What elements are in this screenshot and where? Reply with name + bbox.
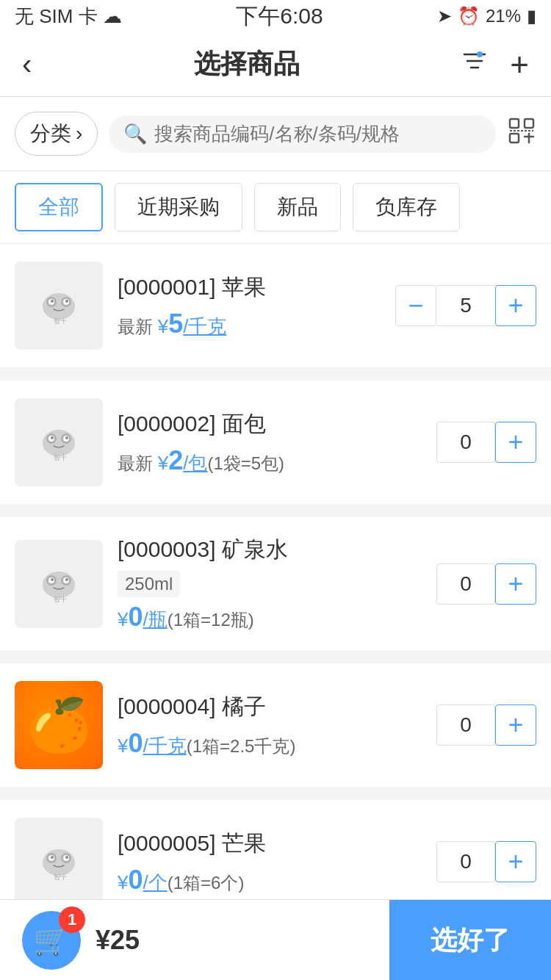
svg-point-23 — [51, 436, 54, 439]
product-thumbnail: 智十 — [15, 540, 103, 628]
svg-point-31 — [51, 578, 54, 581]
search-icon: 🔍 — [123, 123, 147, 145]
svg-rect-6 — [525, 119, 533, 128]
product-spec: 250ml — [118, 571, 180, 597]
quantity-input[interactable] — [436, 422, 495, 463]
svg-rect-5 — [510, 134, 519, 143]
location-icon: ➤ — [437, 6, 452, 26]
divider — [0, 652, 551, 663]
product-placeholder-icon: 智十 — [33, 554, 84, 614]
increase-button[interactable]: + — [495, 285, 536, 326]
cart-icon-button[interactable]: 🛒 1 — [22, 911, 81, 970]
price-currency: ¥ — [118, 871, 128, 893]
quantity-input[interactable] — [436, 841, 495, 882]
product-name: [0000005] 芒果 — [118, 829, 422, 859]
divider — [0, 788, 551, 800]
price-value: 5 — [168, 309, 183, 339]
product-thumbnail: 智十 — [15, 262, 103, 350]
quantity-input[interactable] — [436, 705, 495, 746]
divider — [0, 505, 551, 517]
price-value: 0 — [128, 865, 143, 895]
product-name: [0000003] 矿泉水 — [118, 535, 422, 565]
svg-text:智十: 智十 — [54, 596, 67, 603]
battery-percent: 21% — [486, 6, 521, 26]
price-currency: ¥ — [158, 315, 168, 337]
product-thumbnail: 智十 — [15, 818, 103, 906]
search-box: 🔍 — [109, 115, 496, 153]
quantity-input[interactable] — [436, 563, 495, 605]
price-prefix: 最新 — [118, 317, 158, 336]
svg-point-15 — [51, 300, 54, 303]
cart-badge: 1 — [59, 907, 85, 933]
quantity-control: + — [436, 705, 536, 746]
tab-new[interactable]: 新品 — [254, 183, 341, 231]
product-info: [0000003] 矿泉水 250ml ¥0/瓶(1箱=12瓶) — [118, 535, 422, 633]
battery-icon: ▮ — [527, 6, 536, 26]
product-name: [0000002] 面包 — [118, 409, 422, 439]
nav-bar: ‹ 选择商品 + — [0, 32, 551, 97]
product-thumbnail: 智十 — [15, 398, 103, 486]
list-item: 智十 [0000002] 面包 最新 ¥2/包(1袋=5包) + — [0, 381, 551, 504]
filter-icon[interactable] — [461, 48, 488, 81]
increase-button[interactable]: + — [495, 705, 536, 746]
svg-point-39 — [51, 856, 54, 859]
cart-total-price: ¥25 — [96, 925, 140, 956]
svg-point-18 — [43, 430, 75, 456]
category-label: 分类 — [30, 120, 71, 148]
price-value: 2 — [168, 445, 183, 475]
price-prefix: 最新 — [118, 453, 158, 473]
bottom-bar: 🛒 1 ¥25 选好了 — [0, 899, 551, 980]
divider — [0, 369, 551, 381]
svg-point-10 — [43, 293, 75, 320]
product-info: [0000004] 橘子 ¥0/千克(1箱=2.5千克) — [118, 692, 422, 759]
price-extra: (1袋=5包) — [207, 453, 284, 473]
price-currency: ¥ — [118, 735, 128, 757]
quantity-control: + — [436, 563, 536, 605]
status-network: 无 SIM 卡 ☁ — [15, 4, 122, 29]
svg-text:智十: 智十 — [54, 873, 67, 881]
add-button[interactable]: + — [510, 46, 529, 83]
price-value: 0 — [128, 602, 143, 632]
price-extra: (1箱=12瓶) — [168, 610, 254, 630]
increase-button[interactable]: + — [495, 422, 536, 463]
decrease-button[interactable]: − — [395, 285, 436, 326]
svg-text:智十: 智十 — [54, 317, 67, 325]
svg-point-40 — [65, 856, 68, 859]
increase-button[interactable]: + — [495, 841, 536, 882]
category-button[interactable]: 分类 › — [15, 112, 98, 156]
svg-text:智十: 智十 — [54, 454, 67, 461]
tab-negative[interactable]: 负库存 — [353, 183, 460, 231]
product-image-orange — [15, 681, 103, 769]
status-battery: ➤ ⏰ 21% ▮ — [437, 6, 536, 26]
product-name: [0000001] 苹果 — [118, 273, 381, 303]
product-price: ¥0/瓶(1箱=12瓶) — [118, 602, 422, 633]
search-input[interactable] — [154, 123, 481, 145]
svg-point-26 — [43, 572, 75, 598]
page-title: 选择商品 — [194, 46, 300, 82]
svg-point-24 — [65, 436, 68, 439]
quantity-input[interactable] — [436, 285, 495, 326]
list-item: 智十 [0000003] 矿泉水 250ml ¥0/瓶(1箱=12瓶) + — [0, 517, 551, 650]
svg-point-16 — [65, 300, 68, 303]
quantity-control: + — [436, 422, 536, 463]
price-extra: (1箱=2.5千克) — [187, 736, 296, 756]
scan-icon[interactable] — [507, 116, 536, 152]
svg-point-3 — [477, 51, 483, 57]
price-unit: /瓶 — [143, 608, 168, 630]
price-unit: /包 — [183, 452, 207, 474]
back-button[interactable]: ‹ — [22, 48, 32, 81]
price-value: 0 — [128, 728, 143, 758]
tab-all[interactable]: 全部 — [15, 183, 103, 231]
tab-bar: 全部 近期采购 新品 负库存 — [0, 171, 551, 244]
product-list: 智十 [0000001] 苹果 最新 ¥5/千克 − + — [0, 244, 551, 980]
confirm-button[interactable]: 选好了 — [389, 900, 551, 980]
svg-rect-4 — [510, 119, 519, 128]
chevron-right-icon: › — [76, 122, 82, 145]
product-info: [0000002] 面包 最新 ¥2/包(1袋=5包) — [118, 409, 422, 476]
increase-button[interactable]: + — [495, 563, 536, 605]
product-price: 最新 ¥5/千克 — [118, 309, 381, 339]
price-currency: ¥ — [118, 608, 128, 630]
tab-recent[interactable]: 近期采购 — [115, 183, 242, 231]
product-info: [0000005] 芒果 ¥0/个(1箱=6个) — [118, 829, 422, 896]
status-bar: 无 SIM 卡 ☁ 下午6:08 ➤ ⏰ 21% ▮ — [0, 0, 551, 32]
